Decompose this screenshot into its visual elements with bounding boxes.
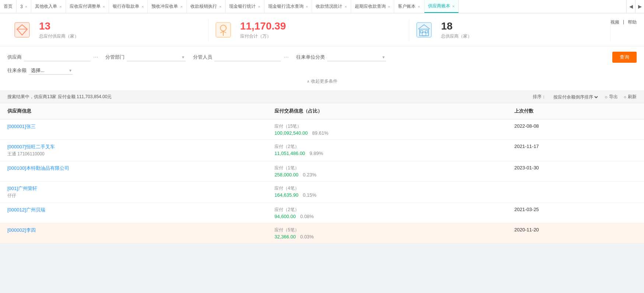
filter-supplier: 供应商 ··· — [7, 53, 98, 61]
person-input[interactable] — [214, 53, 281, 61]
last-payment-cell: 2020-11-20 — [507, 223, 644, 244]
tx-info-cell: 应付（2笔）11,051,486.009.89% — [267, 140, 507, 161]
tx-info-cell: 应付（4笔）164,635.900.15% — [267, 182, 507, 203]
close-icon[interactable]: × — [59, 4, 62, 9]
supplier-link[interactable]: [000007]恒旺二手叉车 — [7, 144, 55, 149]
tx-label: 应付（1笔） — [274, 165, 500, 171]
chevron-up-icon: ∧ — [307, 79, 309, 83]
close-icon[interactable]: × — [344, 4, 347, 9]
tx-percent: 0.03% — [300, 234, 314, 239]
payable-suppliers-count: 13 — [39, 20, 79, 32]
tx-amount: 258,000.00 — [274, 172, 298, 177]
refresh-button[interactable]: ○ 刷新 — [624, 94, 637, 100]
nav-tab-cash-flow[interactable]: 现金银行流水查询 × — [265, 0, 312, 13]
close-icon[interactable]: × — [103, 4, 105, 9]
help-link[interactable]: 帮助 — [628, 19, 637, 25]
close-icon[interactable]: × — [418, 4, 420, 9]
supplier-link[interactable]: [001]广州荣轩 — [7, 186, 37, 191]
tx-amount: 164,635.90 — [274, 192, 298, 198]
tx-label: 应付（15笔） — [274, 123, 500, 130]
tx-amount: 32,366.00 — [274, 234, 296, 239]
person-dots-icon[interactable]: ··· — [284, 54, 288, 61]
supplier-link[interactable]: [000012]广州贝瑞 — [7, 207, 45, 213]
close-icon[interactable]: × — [306, 4, 308, 9]
nav-prev-arrow[interactable]: ◀ — [626, 0, 635, 13]
tx-info-cell: 应付（2笔）94,600.000.08% — [267, 203, 507, 223]
filter-category: 往来单位分类 — [296, 53, 386, 61]
nav-tab-3[interactable]: 3 × — [17, 0, 31, 13]
tx-amount-row: 164,635.900.15% — [274, 192, 500, 198]
dept-select[interactable] — [127, 53, 186, 61]
nav-tab-cash-stat[interactable]: 现金银行统计 × — [225, 0, 264, 13]
tx-label: 应付（5笔） — [274, 227, 500, 233]
summary-text-total-suppliers: 18 总供应商（家） — [441, 20, 472, 39]
last-payment-cell: 2021-11-17 — [507, 140, 644, 161]
nav-scroll-arrows: ◀ ▶ — [626, 0, 644, 13]
nav-next-arrow[interactable]: ▶ — [635, 0, 644, 13]
results-actions: 排序： 按应付余额倒序排序 ○ 导出 ○ 刷新 — [533, 94, 637, 100]
shop-icon — [413, 19, 435, 41]
summary-bar: 13 总应付供应商（家） 11,170.39 应付合计（万） — [0, 13, 644, 46]
supplier-input[interactable] — [24, 53, 90, 61]
nav-tab-supplier-ledger[interactable]: 供应商账本 × — [424, 0, 459, 13]
nav-tab-overdue[interactable]: 超期应收款查询 × — [351, 0, 394, 13]
total-suppliers-label: 总供应商（家） — [441, 33, 472, 39]
nav-tab-bank[interactable]: 银行存取款单 × — [109, 0, 148, 13]
nav-tab-customer-ledger[interactable]: 客户账本 × — [394, 0, 424, 13]
filter-balance: 往来余额 选择... — [7, 66, 73, 75]
category-select[interactable] — [327, 53, 386, 61]
tx-info-cell: 应付（5笔）32,366.000.03% — [267, 223, 507, 244]
filter-row-1: 供应商 ··· 分管部门 分管人员 ··· 往来单位分类 查询 — [7, 52, 637, 63]
col-supplier-info: 供应商信息 — [0, 103, 267, 119]
close-icon[interactable]: × — [258, 4, 260, 9]
supplier-link[interactable]: [000100]本特勤油品有限公司 — [7, 165, 69, 171]
tx-percent: 9.89% — [309, 151, 323, 156]
tx-percent: 89.61% — [312, 130, 328, 136]
close-icon[interactable]: × — [219, 4, 221, 9]
summary-item-total-suppliers: 18 总供应商（家） — [409, 19, 610, 41]
nav-tab-home[interactable]: 首页 — [0, 0, 17, 13]
supplier-info-cell: [001]广州荣轩仔仔 — [0, 182, 267, 203]
top-right-links: 视频 | 帮助 — [610, 18, 637, 25]
export-icon: ○ — [605, 94, 608, 100]
supplier-link[interactable]: [000002]李四 — [7, 227, 36, 233]
supplier-link[interactable]: [000001]张三 — [7, 124, 36, 129]
close-icon[interactable]: × — [25, 4, 27, 9]
payable-suppliers-label: 总应付供应商（家） — [39, 33, 79, 39]
supplier-sub-info: 王通 17106110000 — [7, 151, 260, 157]
export-button[interactable]: ○ 导出 — [605, 94, 618, 100]
supplier-info-cell: [000007]恒旺二手叉车王通 17106110000 — [0, 140, 267, 161]
filter-area: 供应商 ··· 分管部门 分管人员 ··· 往来单位分类 查询 — [0, 46, 644, 91]
supplier-table: 供应商信息 应付交易信息（占比） 上次付数 [000001]张三应付（15笔）1… — [0, 103, 644, 244]
video-link[interactable]: 视频 — [610, 19, 619, 25]
category-select-wrap — [327, 53, 386, 61]
sort-select[interactable]: 按应付余额倒序排序 — [552, 94, 599, 100]
dept-select-wrap — [127, 53, 186, 61]
tx-label: 应付（2笔） — [274, 144, 500, 150]
balance-label: 往来余额 — [7, 67, 27, 74]
supplier-dots-icon[interactable]: ··· — [93, 54, 98, 61]
nav-tab-receipt-stat[interactable]: 收款情况统计 × — [312, 0, 351, 13]
close-icon[interactable]: × — [141, 4, 144, 9]
tx-amount-row: 11,051,486.009.89% — [274, 151, 500, 156]
results-info: 搜索结果中，供应商13家 应付金额 111,703,854.00元 — [7, 94, 112, 100]
tx-amount: 100,092,540.00 — [274, 130, 308, 136]
tx-percent: 0.08% — [300, 214, 314, 219]
summary-item-payable-suppliers: 13 总应付供应商（家） — [7, 19, 209, 41]
table-row: [000100]本特勤油品有限公司应付（1笔）258,000.000.23%20… — [0, 161, 644, 182]
close-icon[interactable]: × — [452, 4, 455, 8]
close-icon[interactable]: × — [388, 4, 390, 9]
nav-tab-collection[interactable]: 收款核销执行 × — [187, 0, 225, 13]
nav-tab-adjustment[interactable]: 应收应付调整单 × — [66, 0, 109, 13]
summary-text-payable-suppliers: 13 总应付供应商（家） — [39, 20, 79, 39]
collapse-button[interactable]: ∧ 收起更多条件 — [307, 78, 337, 85]
table-row: [000007]恒旺二手叉车王通 17106110000应付（2笔）11,051… — [0, 140, 644, 161]
summary-text-payable-total: 11,170.39 应付合计（万） — [240, 20, 286, 39]
search-button[interactable]: 查询 — [612, 52, 637, 63]
nav-tab-prepay[interactable]: 预收冲应收单 × — [148, 0, 186, 13]
nav-tab-other-income[interactable]: 其他收入单 × — [31, 0, 66, 13]
filter-person: 分管人员 ··· — [193, 53, 288, 61]
table-row: [000012]广州贝瑞应付（2笔）94,600.000.08%2021-03-… — [0, 203, 644, 223]
balance-select[interactable]: 选择... — [29, 66, 73, 75]
close-icon[interactable]: × — [180, 4, 182, 9]
